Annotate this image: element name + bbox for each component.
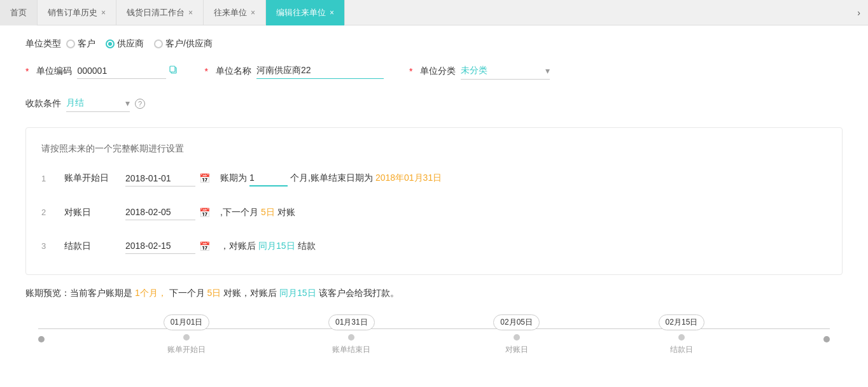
close-partner-unit-icon[interactable]: × [251,8,255,17]
payment-condition-value: 月结 [66,97,120,109]
unit-class-value: 未分类 [461,65,540,76]
timeline-dot-3 [514,334,520,341]
timeline-date-2: 01月31日 [328,314,375,330]
row-1-num: 1 [41,174,54,183]
radio-customer-supplier-label: 客户/供应商 [165,38,213,50]
row-2-period-desc: ,下一个月 5日 对账 [220,207,295,218]
card-title: 请按照未来的一个完整帐期进行设置 [41,143,827,155]
row-1-period-end-date: 2018年01月31日 [375,172,442,184]
close-sales-history-icon[interactable]: × [101,8,106,17]
row-3-day-highlight: 同月15日 [258,241,295,252]
timeline-date-1: 01月01日 [164,314,210,330]
unit-class-select[interactable]: 未分类 ▾ [461,62,550,80]
row-3-date-wrapper: 📅 [125,238,210,254]
row-3-desc-suffix: 结款 [298,241,316,252]
row-3-desc-prefix: ，对账后 [220,241,256,252]
radio-supplier[interactable]: 供应商 [106,38,144,50]
radio-supplier-circle [106,39,115,48]
timeline-label-1: 账单开始日 [167,344,206,355]
timeline-date-3: 02月05日 [493,314,540,330]
tab-cash-work[interactable]: 钱货日清工作台 × [116,0,204,25]
payment-condition-select[interactable]: 月结 ▾ [66,95,130,112]
unit-type-radio-group: 客户 供应商 客户/供应商 [66,38,213,50]
row-1-period-suffix: 个月,账单结束日期为 [290,172,373,184]
timeline-label-4: 结款日 [670,344,693,355]
preview-suffix: 该客户会给我打款。 [319,288,399,298]
unit-code-copy-icon[interactable] [169,65,179,77]
unit-code-group: * 单位编码 [25,63,179,79]
tab-partner-unit[interactable]: 往来单位 × [204,0,266,25]
timeline-point-1: 01月01日 账单开始日 [164,314,210,355]
tab-more-button[interactable]: › [850,0,868,25]
radio-customer-supplier-circle [154,39,163,48]
preview-day2-highlight: 同月15日 [279,288,316,298]
timeline-dot-2 [348,334,354,341]
row-2-date-wrapper: 📅 [125,204,210,220]
tab-sales-history-label: 销售订单历史 [48,7,97,18]
tab-bar: 首页 销售订单历史 × 钱货日清工作台 × 往来单位 × 编辑往来单位 × › [0,0,868,25]
unit-code-required: * [25,66,29,76]
timeline-date-4: 02月15日 [659,314,705,330]
close-edit-partner-icon[interactable]: × [330,8,334,17]
preview-mid2: 对账，对账后 [223,288,277,298]
row-3-date-input[interactable] [125,238,195,254]
row-1-date-wrapper: 📅 [125,171,210,186]
radio-customer-supplier[interactable]: 客户/供应商 [154,38,213,50]
timeline-dot-1 [183,334,190,341]
row-2-num: 2 [41,208,54,217]
timeline-end-circle [823,336,830,342]
unit-code-input-wrapper [77,63,179,79]
unit-class-required: * [409,66,412,76]
unit-name-label: 单位名称 [216,66,251,77]
row-1-calendar-icon[interactable]: 📅 [199,173,210,183]
payment-condition-label: 收款条件 [25,98,61,109]
tab-sales-history[interactable]: 销售订单历史 × [38,0,116,25]
unit-name-required: * [204,66,207,76]
tab-cash-work-label: 钱货日清工作台 [127,7,185,18]
unit-name-input[interactable] [256,63,384,79]
unit-class-label: 单位分类 [420,66,456,77]
timeline-label-2: 账单结束日 [332,344,370,355]
tab-edit-partner[interactable]: 编辑往来单位 × [266,0,345,25]
period-row-1: 1 账单开始日 📅 账期为 个月,账单结束日期为 2018年01月31日 [41,170,827,186]
timeline-point-3: 02月05日 对账日 [493,314,540,355]
preview-mid-text: 下一个月 [169,288,205,298]
unit-code-label: 单位编码 [36,66,72,77]
unit-type-label: 单位类型 [25,38,61,50]
row-3-num: 3 [41,241,54,251]
row-1-month-input[interactable] [249,170,288,186]
radio-customer[interactable]: 客户 [66,38,95,50]
row-1-label: 账单开始日 [64,172,115,184]
row-2-calendar-icon[interactable]: 📅 [199,208,210,218]
row-3-period-desc: ，对账后 同月15日 结款 [220,241,316,252]
row-1-date-input[interactable] [125,171,195,186]
period-settings-card: 请按照未来的一个完整帐期进行设置 1 账单开始日 📅 账期为 个月,账单结束日期… [25,127,843,275]
tab-edit-partner-label: 编辑往来单位 [276,7,326,18]
unit-code-input[interactable] [77,63,166,79]
timeline-end-dot [823,336,830,342]
row-1-period-prefix: 账期为 [220,172,247,184]
timeline-label-3: 对账日 [505,344,528,355]
radio-supplier-label: 供应商 [117,38,144,50]
payment-condition-help-icon[interactable]: ? [135,99,145,109]
period-row-3: 3 结款日 📅 ，对账后 同月15日 结款 [41,238,827,254]
timeline-start-dot [38,336,45,342]
payment-condition-row: 收款条件 月结 ▾ ? [25,95,843,112]
tab-home-label: 首页 [10,7,27,18]
timeline-start-circle [38,336,45,342]
row-1-period-desc: 账期为 个月,账单结束日期为 2018年01月31日 [220,170,442,186]
unit-class-arrow-icon: ▾ [545,66,550,76]
timeline-container: 01月01日 账单开始日 01月31日 账单结束日 02月05日 对账日 02月… [25,314,843,355]
row-3-calendar-icon[interactable]: 📅 [199,241,210,251]
svg-rect-1 [170,66,175,72]
row-2-label: 对账日 [64,207,115,218]
preview-text: 账期预览：当前客户账期是 1个月， 下一个月 5日 对账，对账后 同月15日 该… [25,288,843,299]
row-2-date-input[interactable] [125,204,195,220]
unit-code-name-row: * 单位编码 * 单位名称 * 单位分类 未分类 ▾ [25,62,843,80]
preview-day-highlight: 5日 [207,288,221,298]
row-3-label: 结款日 [64,241,115,252]
payment-condition-arrow-icon: ▾ [125,98,130,108]
timeline-dot-4 [678,334,685,341]
tab-home[interactable]: 首页 [0,0,38,25]
close-cash-work-icon[interactable]: × [188,8,193,17]
